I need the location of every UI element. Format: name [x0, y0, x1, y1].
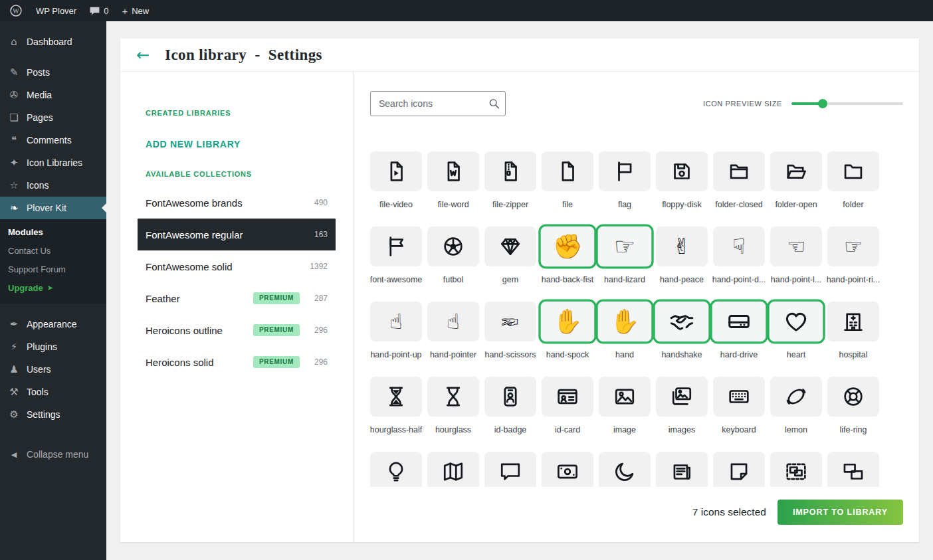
- icon-tile-heart[interactable]: heart: [770, 302, 822, 359]
- icon-tile-life-ring[interactable]: life-ring: [827, 377, 879, 434]
- sidebar-item-plover-kit[interactable]: ❧Plover Kit: [0, 197, 106, 219]
- icon-tile-hand-scissors[interactable]: ✌hand-scissors: [484, 302, 536, 359]
- icon-tile-box: [370, 452, 422, 487]
- icon-tile-hospital[interactable]: hospital: [827, 302, 879, 359]
- icon-tile-file[interactable]: file: [542, 151, 593, 209]
- icon-tile-hand-peace[interactable]: ✌hand-peace: [656, 227, 708, 284]
- sidebar-item-comments[interactable]: ❝Comments: [0, 129, 106, 151]
- sidebar-item-label: Comments: [27, 134, 72, 146]
- icon-tile-hourglass-half[interactable]: hourglass-half: [370, 377, 422, 434]
- icon-tile-lemon[interactable]: lemon: [770, 377, 822, 434]
- collapse-arrow-icon: ◀: [7, 451, 21, 458]
- sidebar-item-posts[interactable]: ✎Posts: [0, 61, 106, 84]
- slider-track[interactable]: [791, 102, 903, 105]
- moon-icon: [613, 460, 636, 483]
- icon-tile-id-card[interactable]: id-card: [542, 377, 593, 434]
- collection-fontawesome-regular[interactable]: FontAwesome regular163: [138, 219, 336, 250]
- icon-tile-hand[interactable]: ✋hand: [599, 302, 651, 359]
- sidebar-item-icon-libraries[interactable]: ✦Icon Libraries: [0, 151, 106, 174]
- wordpress-logo[interactable]: W: [9, 0, 23, 21]
- icon-tile-keyboard[interactable]: keyboard: [713, 377, 765, 434]
- submenu-item-modules[interactable]: Modules: [0, 223, 106, 242]
- icon-tile-file-zipper[interactable]: file-zipper: [484, 151, 536, 209]
- file-zipper-icon: [499, 160, 522, 183]
- slider-thumb[interactable]: [818, 99, 827, 108]
- icon-tile-flag[interactable]: flag: [599, 151, 651, 209]
- collection-feather[interactable]: FeatherPREMIUM287: [138, 282, 336, 314]
- icon-tile-images[interactable]: images: [656, 377, 708, 434]
- icon-tile-hand-spock[interactable]: ✋hand-spock: [542, 302, 593, 359]
- icon-tile-note-sticky[interactable]: [713, 452, 765, 487]
- sidebar-item-media[interactable]: ✇Media: [0, 84, 106, 106]
- floppy-disk-icon: [671, 160, 693, 183]
- sidebar-item-icons[interactable]: ☆Icons: [0, 174, 106, 197]
- comments-indicator[interactable]: 0: [90, 0, 108, 21]
- collection-heroicons-outline[interactable]: Heroicons outlinePREMIUM296: [138, 314, 336, 346]
- sidebar-item-plugins[interactable]: ⚡Plugins: [0, 335, 106, 358]
- icon-tile-gem[interactable]: gem: [484, 227, 536, 284]
- sidebar-item-users[interactable]: ♟Users: [0, 358, 106, 381]
- collapse-menu-button[interactable]: ◀ Collapse menu: [0, 443, 106, 466]
- icon-label: hand-back-fist: [537, 275, 598, 284]
- back-arrow-button[interactable]: ←: [136, 47, 150, 63]
- icon-tile-folder[interactable]: folder: [827, 151, 879, 209]
- icon-tile-moon[interactable]: [599, 452, 651, 487]
- icon-tile-hourglass[interactable]: hourglass: [427, 377, 479, 434]
- icon-tile-file-word[interactable]: file-word: [427, 151, 479, 209]
- collection-fontawesome-solid[interactable]: FontAwesome solid1392: [138, 250, 336, 282]
- icon-tile-box: ✊: [538, 224, 596, 268]
- icon-tile-id-badge[interactable]: id-badge: [484, 377, 536, 434]
- icon-tile-box: ☝: [427, 302, 479, 341]
- icon-tile-hand-lizard[interactable]: ☞hand-lizard: [599, 227, 651, 284]
- icon-tile-handshake[interactable]: handshake: [656, 302, 708, 359]
- icon-tile-object-group[interactable]: [770, 452, 822, 487]
- icon-tile-futbol[interactable]: futbol: [427, 227, 479, 284]
- sidebar-item-pages[interactable]: ❏Pages: [0, 106, 106, 129]
- sidebar-item-dashboard[interactable]: ⌂Dashboard: [0, 31, 106, 53]
- icon-tile-hand-point-down[interactable]: ☟hand-point-d...: [713, 227, 765, 284]
- submenu-item-upgrade[interactable]: Upgrade➤: [0, 279, 106, 298]
- icon-tile-image[interactable]: image: [599, 377, 651, 434]
- submenu-item-contact-us[interactable]: Contact Us: [0, 242, 106, 260]
- icon-tile-file-video[interactable]: file-video: [370, 151, 422, 209]
- icon-tile-object-ungroup[interactable]: [827, 452, 879, 487]
- icon-size-slider[interactable]: [791, 99, 903, 108]
- newspaper-icon: [671, 460, 693, 483]
- icon-tile-money-bill-1[interactable]: [542, 452, 593, 487]
- icon-tile-newspaper[interactable]: [656, 452, 708, 487]
- collection-name: Heroicons solid: [146, 357, 253, 368]
- import-to-library-button[interactable]: IMPORT TO LIBRARY: [778, 500, 903, 525]
- icon-tile-folder-open[interactable]: folder-open: [770, 151, 822, 209]
- icon-tile-hand-point-left[interactable]: ☜hand-point-l...: [770, 227, 822, 284]
- icon-tile-box: [484, 377, 536, 417]
- icon-tile-folder-closed[interactable]: folder-closed: [713, 151, 765, 209]
- collection-name: Heroicons outline: [146, 325, 253, 336]
- icon-tile-box: [370, 151, 422, 191]
- icon-label: image: [594, 425, 655, 434]
- sidebar-item-appearance[interactable]: ✒Appearance: [0, 313, 106, 335]
- search-input[interactable]: [370, 91, 506, 116]
- icon-tile-font-awesome[interactable]: font-awesome: [370, 227, 422, 284]
- icon-tile-hand-back-fist[interactable]: ✊hand-back-fist: [542, 227, 593, 284]
- add-new-library-button[interactable]: ADD NEW LIBRARY: [146, 139, 336, 149]
- sidebar-item-settings[interactable]: ⚙Settings: [0, 403, 106, 426]
- icon-tile-hard-drive[interactable]: hard-drive: [713, 302, 765, 359]
- premium-badge: PREMIUM: [253, 324, 300, 336]
- icon-tile-floppy-disk[interactable]: floppy-disk: [656, 151, 708, 209]
- icon-tile-message[interactable]: [484, 452, 536, 487]
- submenu-item-support-forum[interactable]: Support Forum: [0, 260, 106, 279]
- plus-icon: +: [122, 6, 128, 16]
- icon-tile-lightbulb[interactable]: [370, 452, 422, 487]
- icon-tile-hand-point-up[interactable]: ☝hand-point-up: [370, 302, 422, 359]
- collection-heroicons-solid[interactable]: Heroicons solidPREMIUM296: [138, 346, 336, 378]
- sidebar-item-tools[interactable]: ⚒Tools: [0, 381, 106, 403]
- collection-fontawesome-brands[interactable]: FontAwesome brands490: [138, 187, 336, 219]
- icon-tile-hand-point-right[interactable]: ☞hand-point-ri...: [827, 227, 879, 284]
- search-icon[interactable]: [488, 98, 500, 110]
- site-name-link[interactable]: WP Plover: [36, 0, 76, 21]
- submenu-item-label: Contact Us: [8, 245, 51, 257]
- icon-tile-hand-pointer[interactable]: ☝hand-pointer: [427, 302, 479, 359]
- new-content-button[interactable]: + New: [122, 0, 149, 21]
- icon-tile-box: [827, 377, 879, 417]
- icon-tile-map[interactable]: [427, 452, 479, 487]
